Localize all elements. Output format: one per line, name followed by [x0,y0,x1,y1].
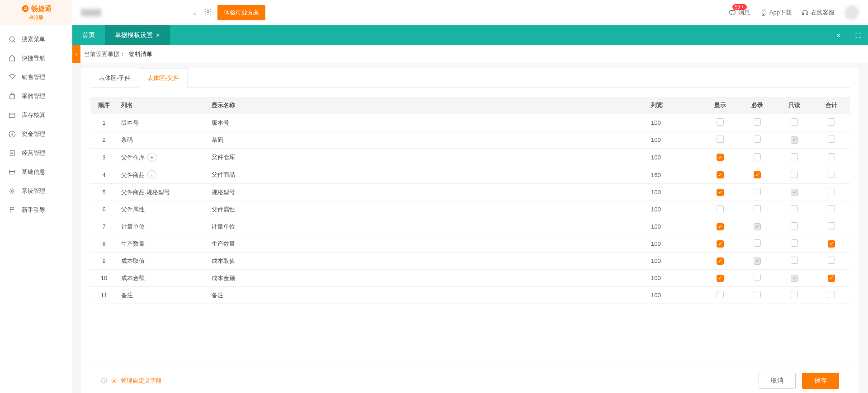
cell-display[interactable]: 规格型号 [208,184,647,201]
checkbox[interactable] [717,118,724,126]
cell-display[interactable]: 条码 [208,131,647,149]
cell-width[interactable]: 100 [647,131,702,149]
checkbox[interactable] [717,240,724,248]
checkbox[interactable] [791,153,798,160]
chevron-down-icon[interactable]: ⌄ [192,9,198,16]
checkbox[interactable] [791,239,798,247]
checkbox[interactable] [754,188,761,195]
cell-name[interactable]: 父件商品+ [118,166,208,184]
subtab-child[interactable]: 表体区-子件 [90,68,139,88]
checkbox[interactable] [754,274,761,281]
checkbox[interactable] [828,188,835,195]
cell-width[interactable]: 100 [647,201,702,218]
cell-width[interactable]: 160 [647,166,702,184]
manage-custom-fields-link[interactable]: ⓘ 管理自定义字段 [101,377,162,385]
messages-link[interactable]: 99 + 消息 [729,9,750,17]
checkbox[interactable] [717,154,724,161]
tab-close-all[interactable]: ✕ [828,25,848,45]
cell-width[interactable]: 100 [647,235,702,253]
cell-name[interactable]: 成本取值 [118,253,208,270]
checkbox[interactable] [754,291,761,298]
checkbox[interactable] [754,118,761,126]
cell-width[interactable]: 100 [647,218,702,235]
cell-name[interactable]: 备注 [118,287,208,304]
sidebar-item-2[interactable]: 销售管理 [0,68,72,87]
app-download-link[interactable]: App下载 [760,9,792,17]
checkbox[interactable] [754,205,761,212]
cell-width[interactable]: 100 [647,149,702,166]
checkbox[interactable] [791,118,798,126]
checkbox[interactable] [717,257,724,265]
cell-display[interactable]: 父件仓库 [208,149,647,166]
cell-width[interactable]: 100 [647,184,702,201]
cell-width[interactable]: 100 [647,253,702,270]
sidebar-item-9[interactable]: 新手引导 [0,201,72,220]
panel-toggle[interactable]: › [72,45,80,63]
cell-name[interactable]: 成本金额 [118,270,208,287]
checkbox[interactable] [828,257,835,264]
save-button[interactable]: 保存 [802,373,839,389]
checkbox[interactable] [828,291,835,298]
cell-display[interactable]: 计量单位 [208,218,647,235]
cell-display[interactable]: 父件属性 [208,201,647,218]
checkbox[interactable] [717,205,724,212]
checkbox[interactable] [791,171,798,178]
tab-template-settings[interactable]: 单据模板设置 ✕ [105,25,170,45]
sidebar-item-7[interactable]: 基础信息 [0,163,72,182]
checkbox[interactable] [791,257,798,264]
cell-name[interactable]: 父件商品.规格型号 [118,184,208,201]
cell-width[interactable]: 100 [647,270,702,287]
cell-name[interactable]: 生产数量 [118,235,208,253]
checkbox[interactable] [717,189,724,196]
checkbox[interactable] [828,275,835,282]
checkbox[interactable] [717,171,724,178]
sidebar-item-1[interactable]: 快捷导航 [0,49,72,68]
cell-name[interactable]: 版本号 [118,114,208,131]
checkbox[interactable] [828,240,835,248]
checkbox[interactable] [717,291,724,298]
cell-display[interactable]: 生产数量 [208,235,647,253]
cell-name[interactable]: 条码 [118,131,208,149]
add-sub-column-button[interactable]: + [147,170,156,179]
tab-home[interactable]: 首页 [72,25,105,45]
checkbox[interactable] [828,171,835,178]
checkbox[interactable] [717,223,724,230]
checkbox[interactable] [717,136,724,143]
cell-display[interactable]: 备注 [208,287,647,304]
checkbox[interactable] [754,136,761,143]
checkbox[interactable] [754,239,761,247]
support-link[interactable]: 在线客服 [802,9,835,17]
checkbox[interactable] [791,291,798,298]
sidebar-item-0[interactable]: 搜索菜单 [0,30,72,49]
checkbox[interactable] [828,118,835,126]
sidebar-item-8[interactable]: 系统管理 [0,182,72,201]
cell-display[interactable]: 成本金额 [208,270,647,287]
cell-name[interactable]: 计量单位 [118,218,208,235]
sidebar-item-4[interactable]: 库存核算 [0,106,72,125]
checkbox[interactable] [791,222,798,229]
checkbox[interactable] [754,153,761,160]
sidebar-item-6[interactable]: 经营管理 [0,144,72,163]
avatar[interactable] [844,5,859,20]
cell-width[interactable]: 100 [647,287,702,304]
subtab-parent[interactable]: 表体区-父件 [139,68,187,88]
checkbox[interactable] [717,275,724,282]
close-icon[interactable]: ✕ [156,32,160,38]
cell-name[interactable]: 父件属性 [118,201,208,218]
sidebar-item-5[interactable]: 资金管理 [0,125,72,144]
checkbox[interactable] [828,222,835,229]
cell-width[interactable]: 100 [647,114,702,131]
cancel-button[interactable]: 取消 [759,373,796,389]
checkbox[interactable] [828,136,835,143]
cell-name[interactable]: 父件仓库+ [118,149,208,166]
gear-icon[interactable] [204,8,212,17]
checkbox[interactable] [754,171,761,178]
cell-display[interactable]: 父件商品 [208,166,647,184]
sidebar-item-3[interactable]: 采购管理 [0,87,72,106]
add-sub-column-button[interactable]: + [147,153,156,162]
fullscreen-icon[interactable] [848,25,868,45]
checkbox[interactable] [828,205,835,212]
company-selector[interactable]: ████ [72,9,111,16]
experience-button[interactable]: 体验行业方案 [217,5,265,20]
checkbox[interactable] [791,205,798,212]
